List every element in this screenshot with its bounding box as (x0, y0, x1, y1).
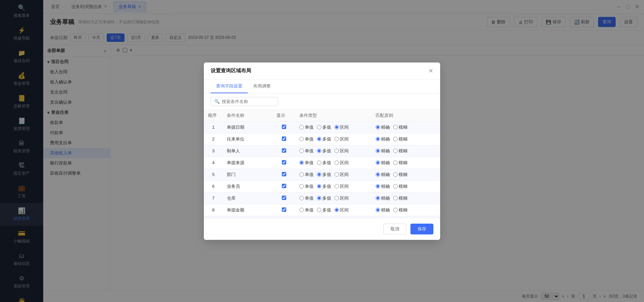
match-radio-group: 精确模糊 (376, 136, 436, 142)
show-checkbox-5[interactable] (282, 172, 286, 177)
dialog-tab-layout[interactable]: 布局调整 (248, 80, 276, 93)
type-radio-range[interactable]: 区间 (334, 148, 349, 154)
type-radio-single[interactable]: 单值 (299, 172, 314, 178)
match-radio-fuzzy[interactable]: 模糊 (393, 195, 407, 201)
type-radio-range[interactable]: 区间 (334, 172, 349, 178)
type-radio-group: 单值多值区间 (299, 195, 368, 201)
match-radio-fuzzy[interactable]: 模糊 (393, 160, 407, 166)
cell-order: 8 (204, 204, 223, 216)
match-radio-exact[interactable]: 精确 (376, 124, 390, 130)
type-radio-single[interactable]: 单值 (299, 160, 314, 166)
show-checkbox-8[interactable] (282, 208, 286, 213)
table-row: 5部门单值多值区间精确模糊 (204, 169, 440, 180)
type-radio-multi[interactable]: 多值 (317, 183, 331, 190)
match-radio-exact[interactable]: 精确 (376, 148, 390, 154)
cell-order: 2 (204, 133, 223, 145)
match-radio-fuzzy[interactable]: 模糊 (393, 207, 407, 213)
cell-type: 单值多值区间 (295, 169, 372, 180)
match-radio-exact[interactable]: 精确 (376, 195, 390, 201)
type-radio-single[interactable]: 单值 (299, 207, 314, 213)
cell-name: 单据日期 (223, 121, 272, 133)
modal-overlay: 设置查询区域布局 ✕ 查询字段设置 布局调整 🔍 顺序 条件名称 显示 (0, 0, 644, 302)
type-radio-group: 单值多值区间 (299, 124, 368, 130)
dialog-body: 顺序 条件名称 显示 条件类型 匹配原则 1单据日期单值多值区间精确模糊2往来单… (204, 110, 440, 218)
match-radio-exact[interactable]: 精确 (376, 207, 390, 213)
type-radio-single[interactable]: 单值 (299, 195, 314, 201)
type-radio-multi[interactable]: 多值 (317, 136, 331, 142)
dialog-title: 设置查询区域布局 (211, 68, 251, 74)
table-row: 2往来单位单值多值区间精确模糊 (204, 133, 440, 145)
match-radio-exact[interactable]: 精确 (376, 172, 390, 178)
cell-match: 精确模糊 (372, 180, 440, 192)
cell-name: 部门 (223, 169, 272, 180)
cell-name: 业务员 (223, 180, 272, 192)
show-checkbox-1[interactable] (282, 125, 286, 130)
cell-show (272, 204, 295, 216)
cell-match: 精确模糊 (372, 133, 440, 145)
cell-match: 精确模糊 (372, 157, 440, 169)
cell-show (272, 157, 295, 169)
match-radio-group: 精确模糊 (376, 148, 436, 154)
dialog-save-button[interactable]: 保存 (410, 224, 433, 234)
dialog-tab-query-fields[interactable]: 查询字段设置 (211, 80, 248, 93)
table-row: 3制单人单值多值区间精确模糊 (204, 145, 440, 157)
show-checkbox-2[interactable] (282, 137, 286, 142)
show-checkbox-4[interactable] (282, 160, 286, 166)
cell-order: 1 (204, 121, 223, 133)
show-checkbox-6[interactable] (282, 184, 286, 189)
type-radio-single[interactable]: 单值 (299, 183, 314, 190)
cell-name: 往来单位 (223, 133, 272, 145)
condition-search-input[interactable] (222, 99, 276, 104)
type-radio-group: 单值多值区间 (299, 160, 368, 166)
conditions-table: 顺序 条件名称 显示 条件类型 匹配原则 1单据日期单值多值区间精确模糊2往来单… (204, 110, 440, 218)
type-radio-multi[interactable]: 多值 (317, 160, 331, 166)
type-radio-range[interactable]: 区间 (334, 136, 349, 142)
type-radio-multi[interactable]: 多值 (317, 195, 331, 201)
cell-match: 精确模糊 (372, 121, 440, 133)
show-checkbox-7[interactable] (282, 196, 286, 201)
type-radio-multi[interactable]: 多值 (317, 124, 331, 130)
type-radio-single[interactable]: 单值 (299, 124, 314, 130)
type-radio-range[interactable]: 区间 (334, 124, 349, 130)
match-radio-fuzzy[interactable]: 模糊 (393, 124, 407, 130)
type-radio-range[interactable]: 区间 (334, 207, 349, 213)
cell-match: 精确模糊 (372, 204, 440, 216)
cell-show (272, 192, 295, 204)
type-radio-group: 单值多值区间 (299, 183, 368, 190)
type-radio-multi[interactable]: 多值 (317, 207, 331, 213)
cancel-button[interactable]: 取消 (383, 224, 406, 234)
cell-name: 仓库 (223, 192, 272, 204)
type-radio-range[interactable]: 区间 (334, 183, 349, 190)
match-radio-exact[interactable]: 精确 (376, 136, 390, 142)
show-checkbox-3[interactable] (282, 149, 286, 154)
match-radio-exact[interactable]: 精确 (376, 183, 390, 190)
dialog-close-button[interactable]: ✕ (428, 67, 433, 75)
cell-show (272, 133, 295, 145)
type-radio-multi[interactable]: 多值 (317, 148, 331, 154)
cell-match: 精确模糊 (372, 169, 440, 180)
match-radio-group: 精确模糊 (376, 172, 436, 178)
cell-show (272, 121, 295, 133)
type-radio-single[interactable]: 单值 (299, 136, 314, 142)
search-icon: 🔍 (214, 99, 220, 104)
cell-match: 精确模糊 (372, 145, 440, 157)
type-radio-range[interactable]: 区间 (334, 195, 349, 201)
type-radio-single[interactable]: 单值 (299, 148, 314, 154)
match-radio-fuzzy[interactable]: 模糊 (393, 148, 407, 154)
match-radio-exact[interactable]: 精确 (376, 160, 390, 166)
match-radio-group: 精确模糊 (376, 195, 436, 201)
dialog-footer: 取消 保存 (204, 218, 440, 240)
cell-type: 单值多值区间 (295, 192, 372, 204)
table-row: 7仓库单值多值区间精确模糊 (204, 192, 440, 204)
th-show: 显示 (272, 110, 295, 122)
match-radio-fuzzy[interactable]: 模糊 (393, 183, 407, 190)
type-radio-range[interactable]: 区间 (334, 160, 349, 166)
cell-order: 5 (204, 169, 223, 180)
type-radio-multi[interactable]: 多值 (317, 172, 331, 178)
match-radio-fuzzy[interactable]: 模糊 (393, 172, 407, 178)
cell-show (272, 145, 295, 157)
match-radio-fuzzy[interactable]: 模糊 (393, 136, 407, 142)
cell-name: 单据金额 (223, 204, 272, 216)
cell-match: 精确模糊 (372, 192, 440, 204)
cell-type: 单值多值区间 (295, 145, 372, 157)
